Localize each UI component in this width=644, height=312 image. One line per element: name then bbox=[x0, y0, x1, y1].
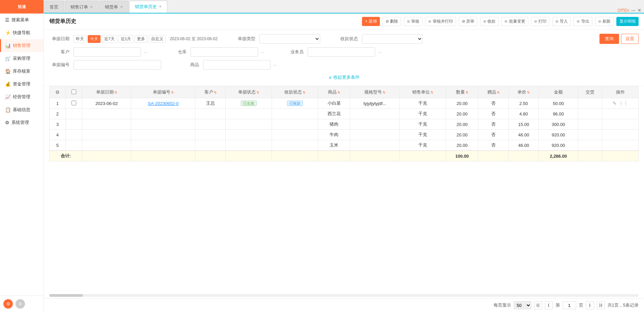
new-button[interactable]: + 新增 bbox=[362, 17, 380, 26]
window-close[interactable]: ✕ bbox=[638, 8, 641, 13]
window-minimize[interactable]: — bbox=[631, 8, 636, 13]
table-row: 4 牛肉 千克 20.00 否 46.00 920.00 bbox=[50, 130, 639, 140]
tab-sales-goods[interactable]: 销货单 ✕ bbox=[99, 1, 129, 13]
sidebar-item-finance-mgmt[interactable]: 💰 资金管理 bbox=[0, 78, 44, 90]
export-button[interactable]: ⊙ 导出 bbox=[573, 17, 592, 26]
date-btn-custom[interactable]: 自定义 bbox=[149, 35, 166, 43]
tab-sales-goods-close[interactable]: ✕ bbox=[120, 5, 123, 9]
col-spec[interactable]: 规格型号⇅ bbox=[350, 86, 400, 98]
row-action: ✎⋮⋮ bbox=[602, 98, 639, 109]
audit-button[interactable]: ⊙ 审核 bbox=[404, 17, 422, 26]
row-doc-no[interactable]: SA-20230602-0 bbox=[131, 98, 195, 109]
tab-home-label: 首页 bbox=[50, 4, 58, 10]
sidebar-item-inventory-calc[interactable]: 🏠 库存核算 bbox=[0, 65, 44, 78]
row-doc-no[interactable] bbox=[131, 140, 195, 151]
row-check[interactable] bbox=[65, 140, 82, 151]
sidebar-item-purchase-mgmt[interactable]: 🛒 采购管理 bbox=[0, 52, 44, 65]
col-check[interactable] bbox=[65, 86, 82, 98]
collect-button[interactable]: ⊙ 收款 bbox=[480, 17, 499, 26]
tab-sales-history-close[interactable]: ✕ bbox=[159, 5, 162, 8]
row-doc-no[interactable] bbox=[131, 119, 195, 130]
col-sale-unit[interactable]: 销售单位⇅ bbox=[399, 86, 446, 98]
row-check[interactable] bbox=[65, 98, 82, 109]
type-select[interactable] bbox=[259, 34, 320, 44]
date-btn-7days[interactable]: 近7天 bbox=[102, 35, 117, 43]
sidebar-item-base-info[interactable]: 📋 基础信息 bbox=[0, 103, 44, 116]
scrollbar-thumb[interactable] bbox=[49, 294, 83, 297]
col-gift[interactable]: 赠品⇅ bbox=[478, 86, 509, 98]
edit-icon[interactable]: ✎ bbox=[613, 101, 617, 106]
row-checkbox[interactable] bbox=[72, 101, 76, 105]
query-button[interactable]: 查询 bbox=[599, 34, 619, 44]
sidebar-item-label: 搜索菜单 bbox=[11, 17, 29, 23]
col-customer[interactable]: 客户⇅ bbox=[195, 86, 226, 98]
date-btn-more[interactable]: 更多 bbox=[135, 35, 147, 43]
col-doc-no[interactable]: 单据编号⇅ bbox=[131, 86, 195, 98]
customer-input[interactable] bbox=[74, 47, 141, 57]
tab-sales-order-close[interactable]: ✕ bbox=[90, 5, 93, 9]
date-btn-yesterday[interactable]: 昨天 bbox=[74, 35, 86, 43]
audit-print-button[interactable]: ⊙ 审核并打印 bbox=[425, 17, 456, 26]
tab-home[interactable]: 首页 bbox=[44, 1, 64, 13]
col-qty[interactable]: 数量⇅ bbox=[446, 86, 478, 98]
row-doc-no[interactable] bbox=[131, 130, 195, 140]
row-goods: 玉米 bbox=[318, 140, 350, 151]
collapse-button[interactable]: ∧ 收起更多条件 bbox=[49, 73, 639, 82]
row-transaction bbox=[578, 130, 602, 140]
print-button[interactable]: ⊙ 打印 bbox=[531, 17, 550, 26]
page-prev-btn[interactable]: ⟨ bbox=[545, 301, 553, 309]
tab-bar: 首页 销售订单 ✕ 销货单 ✕ 销货单历史 ✕ OfTEn — ✕ bbox=[44, 0, 644, 14]
row-gift: 否 bbox=[478, 98, 509, 109]
select-all-checkbox[interactable] bbox=[72, 89, 76, 94]
page-size-select[interactable]: 50 100 bbox=[514, 301, 531, 309]
row-check[interactable] bbox=[65, 130, 82, 140]
goods-ellipsis[interactable]: ··· bbox=[272, 62, 278, 68]
row-customer bbox=[195, 119, 226, 130]
col-collect-status[interactable]: 收款状态⇅ bbox=[272, 86, 318, 98]
import-button[interactable]: ⊙ 导入 bbox=[552, 17, 571, 26]
row-check[interactable] bbox=[65, 109, 82, 119]
refresh-button[interactable]: ⊙ 刷新 bbox=[595, 17, 614, 26]
business-input[interactable] bbox=[308, 47, 375, 57]
goods-input[interactable] bbox=[203, 60, 271, 70]
warehouse-input[interactable] bbox=[191, 47, 258, 57]
date-btn-1month[interactable]: 近1月 bbox=[118, 35, 134, 43]
col-unit-price[interactable]: 单价⇅ bbox=[508, 86, 539, 98]
sidebar-item-sales-mgmt[interactable]: 📊 销售管理 bbox=[0, 39, 44, 52]
warehouse-ellipsis[interactable]: ··· bbox=[259, 50, 266, 55]
settings-button[interactable]: 设置 bbox=[621, 34, 639, 44]
row-doc-no[interactable] bbox=[131, 109, 195, 119]
more-icon[interactable]: ⋮⋮ bbox=[619, 101, 628, 106]
row-check[interactable] bbox=[65, 119, 82, 130]
col-doc-date[interactable]: 单据日期⇅ bbox=[82, 86, 131, 98]
tab-sales-history[interactable]: 销货单历史 ✕ bbox=[129, 1, 167, 13]
collect-status-select[interactable] bbox=[362, 34, 423, 44]
business-ellipsis[interactable]: ··· bbox=[376, 50, 383, 55]
page-number-input[interactable] bbox=[563, 301, 576, 309]
col-goods[interactable]: 商品⇅ bbox=[318, 86, 350, 98]
show-detail-button[interactable]: 显示明细 bbox=[616, 17, 639, 26]
sidebar-item-search-menu[interactable]: ☰ 搜索菜单 bbox=[0, 14, 44, 26]
doc-no-input[interactable] bbox=[74, 60, 161, 70]
delete-button[interactable]: ⊘ 删除 bbox=[383, 17, 401, 26]
abandon-button[interactable]: ⊘ 弃审 bbox=[459, 17, 477, 26]
customer-ellipsis[interactable]: ··· bbox=[142, 50, 149, 55]
sidebar-bottom-btn-1[interactable]: ⚙ bbox=[3, 299, 13, 309]
page-next-btn[interactable]: ⟩ bbox=[586, 301, 594, 309]
sidebar-item-quick-nav[interactable]: ⚡ 快捷导航 bbox=[0, 26, 44, 39]
col-amount[interactable]: 金额 bbox=[539, 86, 578, 98]
doc-no-link[interactable]: SA-20230602-0 bbox=[148, 101, 178, 106]
col-gear[interactable]: ⚙ bbox=[50, 86, 66, 98]
row-num: 2 bbox=[50, 109, 66, 119]
col-doc-status[interactable]: 单据状态⇅ bbox=[225, 86, 272, 98]
horizontal-scrollbar[interactable] bbox=[49, 294, 639, 297]
page-first-btn[interactable]: ⟨⟨ bbox=[534, 301, 542, 309]
sidebar-item-ops-mgmt[interactable]: 📈 经营管理 bbox=[0, 90, 44, 103]
batch-button[interactable]: ⊙ 批量变更 bbox=[501, 17, 528, 26]
sidebar-item-sys-mgmt[interactable]: ⚙ 系统管理 bbox=[0, 116, 44, 129]
tab-sales-order[interactable]: 销售订单 ✕ bbox=[65, 1, 99, 13]
date-btn-today[interactable]: 今天 bbox=[88, 35, 101, 43]
sidebar-bottom-btn-2[interactable]: ⏸ bbox=[16, 299, 25, 309]
page-last-btn[interactable]: ⟩⟩ bbox=[597, 301, 605, 309]
col-transaction[interactable]: 交货 bbox=[578, 86, 602, 98]
